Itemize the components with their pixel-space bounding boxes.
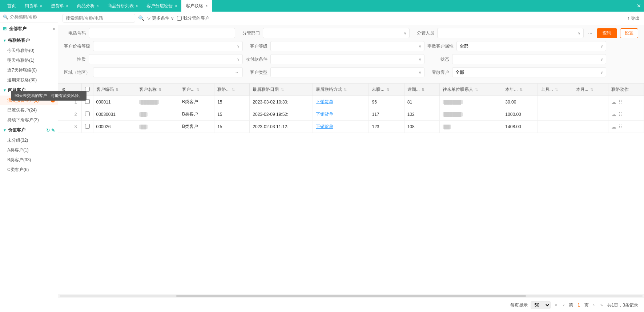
row1-way[interactable]: 下销货单 [313, 96, 369, 108]
filter-select-nature[interactable]: ∨ [89, 54, 243, 64]
prev-page-button[interactable]: ‹ [562, 303, 566, 308]
row2-way[interactable]: 下销货单 [313, 108, 369, 121]
scrollbar-track[interactable] [60, 295, 643, 297]
nav-tab-analysis[interactable]: 商品分析 × [73, 0, 103, 12]
sidebar-item-declining[interactable]: 持续下滑客户(2) [0, 115, 58, 125]
row2-select-checkbox[interactable] [85, 112, 90, 116]
filter-select-retail[interactable]: 全部 ∨ [452, 67, 606, 77]
nav-tab-analysis-list[interactable]: 商品分析列表 × [103, 0, 142, 12]
filter-select-retail-attr[interactable]: 全部 ∨ [456, 41, 606, 51]
col-contacts[interactable]: 联络... ⇅ [214, 84, 250, 96]
filter-icon: ▽ [147, 16, 150, 21]
first-page-button[interactable]: « [554, 303, 559, 308]
sort-way-icon: ⇅ [344, 88, 347, 92]
close-customer-tier-icon[interactable]: × [175, 4, 177, 8]
region-dots-icon[interactable]: ··· [233, 70, 240, 75]
filter-search-button[interactable]: 🔍 [138, 15, 144, 21]
row1-chat-icon[interactable]: ☁ [611, 99, 616, 105]
sidebar-all-customers[interactable]: ⊞ 全部客户 « [0, 23, 58, 35]
col-last-contact-way[interactable]: 最后联络方式 ⇅ [313, 84, 369, 96]
scrollbar-thumb[interactable] [176, 295, 526, 297]
row1-more-icon[interactable]: ⠿ [619, 99, 622, 105]
row1-last-month [538, 96, 573, 108]
row3-action: ☁ ⠿ [608, 121, 644, 133]
sidebar-item-churned[interactable]: 已流失客户(24) [0, 105, 58, 115]
nav-tab-salesorder[interactable]: 销货单 × [20, 0, 47, 12]
customer-tier-chevron-icon: ∨ [419, 44, 421, 48]
filter-select-dept[interactable]: ∨ [263, 28, 409, 38]
sidebar-section-pending[interactable]: ▼ 待联络客户 [0, 35, 58, 46]
horizontal-scrollbar[interactable] [58, 294, 644, 298]
row2-more-icon[interactable]: ⠿ [619, 112, 622, 117]
row2-chat-icon[interactable]: ☁ [611, 112, 616, 117]
sidebar-item-overdue[interactable]: 逾期未联络(30) [0, 75, 58, 85]
nav-home[interactable]: 首页 [3, 3, 20, 9]
col-unit-contact[interactable]: 往来单位联系人 ⇅ [439, 84, 502, 96]
section-icons: ↻ ✎ [46, 128, 55, 133]
my-customers-checkbox[interactable] [177, 16, 182, 21]
nav-tab-customer-contact[interactable]: 客户联络 × [181, 0, 212, 12]
filter-select-customer-type[interactable]: ∨ [270, 67, 424, 77]
filter-row-2: 客户价格等级 ∨ 客户等级 ∨ 零散客户属性 全部 [64, 41, 638, 51]
close-analysis-list-icon[interactable]: × [136, 4, 138, 8]
close-all-icon[interactable]: ✕ [637, 3, 641, 9]
more-options-icon[interactable]: ··· [587, 30, 594, 36]
nav-tab-purchaseorder[interactable]: 进货单 × [47, 0, 73, 12]
filter-search-input[interactable] [63, 14, 135, 23]
filter-select-region[interactable]: ··· [93, 67, 243, 77]
filter-more-conditions-button[interactable]: ▽ 更多条件 ∨ [147, 15, 174, 21]
sort-name-icon: ⇅ [158, 88, 161, 92]
filter-label-customer-tier: 客户等级 [246, 43, 267, 49]
export-button[interactable]: ↑ 导出 [627, 15, 640, 21]
row1-unit-contact: ██████ [439, 96, 502, 108]
edit-icon[interactable]: ✎ [51, 128, 55, 133]
col-customer-code[interactable]: 客户编码 ⇅ [93, 84, 136, 96]
row3-more-icon[interactable]: ⠿ [619, 124, 622, 130]
refresh-icon[interactable]: ↻ [46, 128, 50, 133]
sidebar-item-tomorrow[interactable]: 明天待联络(1) [0, 56, 58, 65]
my-customers-checkbox-label[interactable]: 我分管的客户 [177, 15, 209, 21]
sidebar-item-class-b[interactable]: B类客户(33) [0, 155, 58, 165]
settings-button[interactable]: 设置 [620, 28, 638, 38]
sidebar-item-7days[interactable]: 近7天待联络(0) [0, 65, 58, 75]
col-customer-type[interactable]: 客户... ⇅ [179, 84, 214, 96]
last-page-button[interactable]: » [599, 303, 604, 308]
row3-chat-icon[interactable]: ☁ [611, 124, 616, 130]
filter-select-customer-tier[interactable]: ∨ [270, 41, 424, 51]
close-purchaseorder-icon[interactable]: × [66, 4, 68, 8]
customer-type-chevron-icon: ∨ [419, 70, 421, 74]
sidebar-search-icon: 🔍 [3, 15, 8, 20]
filter-input-phone[interactable] [89, 28, 235, 38]
sidebar-item-class-c[interactable]: C类客户(6) [0, 165, 58, 175]
sidebar-item-today[interactable]: 今天待联络(0) [0, 46, 58, 56]
close-salesorder-icon[interactable]: × [40, 4, 42, 8]
row3-way[interactable]: 下销货单 [313, 121, 369, 133]
row3-checkbox[interactable] [81, 121, 93, 133]
filter-select-status[interactable]: ∨ [452, 54, 606, 64]
col-this-month[interactable]: 本月... ⇅ [573, 84, 608, 96]
sidebar-item-ungroup[interactable]: 未分组(32) [0, 135, 58, 145]
query-button[interactable]: 查询 [597, 28, 617, 38]
filter-select-person[interactable]: ∨ [437, 28, 584, 38]
close-analysis-icon[interactable]: × [97, 4, 99, 8]
col-uncontacted[interactable]: 未联... ⇅ [369, 84, 404, 96]
sidebar-item-class-a[interactable]: A类客户(1) [0, 145, 58, 155]
row2-checkbox[interactable] [81, 108, 93, 121]
col-customer-name[interactable]: 客户名称 ⇅ [136, 84, 179, 96]
filter-select-payment[interactable]: ∨ [270, 54, 424, 64]
nav-tab-customer-tier[interactable]: 客户分层经营 × [142, 0, 181, 12]
close-customer-contact-icon[interactable]: × [205, 4, 208, 8]
next-page-button[interactable]: › [592, 303, 596, 308]
filter-label-phone: 电话号码 [64, 30, 86, 36]
col-overdue[interactable]: 逾期... ⇅ [404, 84, 439, 96]
col-last-contact-date[interactable]: 最后联络日期 ⇅ [250, 84, 313, 96]
col-last-month[interactable]: 上月... ⇅ [538, 84, 573, 96]
sidebar-search-input[interactable] [10, 15, 55, 20]
row3-unit-blurred: ██ [443, 125, 451, 129]
row3-select-checkbox[interactable] [85, 124, 90, 129]
row2-unit-contact: ██████ [439, 108, 502, 121]
col-this-year[interactable]: 本年... ⇅ [502, 84, 538, 96]
page-size-select[interactable]: 50 100 [531, 301, 551, 309]
sidebar-section-value[interactable]: ▼ 价值客户 ↻ ✎ [0, 125, 58, 135]
filter-select-price-tier[interactable]: ∨ [93, 41, 243, 51]
